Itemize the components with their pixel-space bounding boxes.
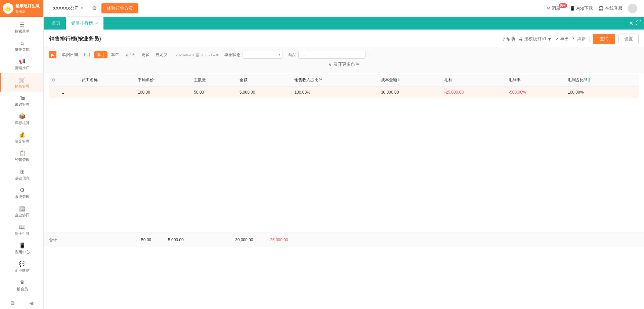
goods-input[interactable] <box>298 51 366 59</box>
col-amount: 全额 <box>237 74 292 87</box>
sidebar-item-finance[interactable]: 💰 资金管理 <box>0 128 43 147</box>
column-settings-icon[interactable]: ⚙ <box>52 78 56 83</box>
query-button[interactable]: 查询 <box>593 34 615 44</box>
tabbar: 首页 销售排行榜 ✕ ✕ ⛶ <box>44 17 644 30</box>
page-content: 销售排行榜(按业务员) ? 帮助 🖨 按模板打印 ▼ ↗ 导出 <box>44 30 644 309</box>
basic-info-icon: ⊞ <box>20 168 25 175</box>
col-sales-ratio: 销售收入占比% <box>292 74 378 87</box>
page-inner: 销售排行榜(按业务员) ? 帮助 🖨 按模板打印 ▼ ↗ 导出 <box>44 30 644 309</box>
message-icon: ✉ <box>547 6 550 11</box>
sidebar-item-wechat[interactable]: 💬 企业微信 <box>0 257 43 276</box>
row-settings <box>49 87 59 98</box>
sidebar-item-inventory[interactable]: 📦 库存核算 <box>0 110 43 128</box>
company-name: XXXXXX公司 <box>53 5 79 11</box>
fullscreen-icon[interactable]: ⛶ <box>636 20 641 27</box>
footer-cost: 30,000.00 <box>232 236 266 244</box>
tab-sales-ranking[interactable]: 销售排行榜 ✕ <box>66 17 103 30</box>
content-spacer <box>44 98 644 233</box>
sidebar-item-marketing[interactable]: 📢 营销推广 <box>0 55 43 73</box>
sidebar-item-operation[interactable]: 📋 经营管理 <box>0 147 43 165</box>
filter-date-group: 单据日期 上月 本月 本年 近7天 更多 自定义 <box>62 51 170 58</box>
message-btn[interactable]: ✉ 消息 99+ <box>547 5 564 11</box>
sidebar-item-sales[interactable]: 🛒 销售管理 <box>0 73 43 92</box>
gross-ratio-info-icon[interactable]: § <box>588 77 591 82</box>
search-order-icon: ☰ <box>20 21 25 28</box>
avatar <box>628 4 637 13</box>
col-gross: 毛利 <box>442 74 506 87</box>
date-tab-custom[interactable]: 自定义 <box>153 51 170 58</box>
logo-text: 畅康通好生意 标准版 <box>15 3 40 14</box>
col-employee: 员工名称 <box>79 74 135 87</box>
date-tab-last-month[interactable]: 上月 <box>80 51 93 58</box>
status-select[interactable] <box>243 51 283 59</box>
app-download-btn[interactable]: 📱 App下载 <box>570 5 593 11</box>
footer-gross: -25,000.00 <box>266 236 300 244</box>
page-header: 销售排行榜(按业务员) ? 帮助 🖨 按模板打印 ▼ ↗ 导出 <box>44 30 644 47</box>
sidebar-item-search-order[interactable]: ☰ 搜索菜单 <box>0 18 43 37</box>
close-window-icon[interactable]: ✕ <box>629 20 633 27</box>
marketing-icon: 📢 <box>19 58 26 64</box>
goods-label: 商品 <box>288 52 296 58</box>
sidebar-item-guide[interactable]: 📖 新手引导 <box>0 220 43 239</box>
guide-icon: 📖 <box>19 224 26 230</box>
sidebar-item-app-center[interactable]: 📱 应用中心 <box>0 239 43 257</box>
wechat-icon: 💬 <box>19 261 26 267</box>
footer-amount: 5,000.00 <box>165 236 199 244</box>
user-avatar-btn[interactable] <box>628 4 639 13</box>
date-tab-this-year[interactable]: 本年 <box>108 51 122 58</box>
tab-close-icon[interactable]: ✕ <box>95 21 98 25</box>
filter-toggle[interactable]: ▶ <box>49 51 56 58</box>
date-tab-more[interactable]: 更多 <box>139 51 152 58</box>
print-button[interactable]: 🖨 按模板打印 ▼ <box>518 36 552 42</box>
main-content: XXXXXX公司 ▼ ⚙ 体验行业方案 ✉ 消息 99+ 📱 App下载 🎧 在… <box>44 0 644 309</box>
row-quantity: 50.00 <box>191 87 237 98</box>
sales-ranking-tab-label: 销售排行榜 <box>71 20 93 26</box>
topbar-right: ✉ 消息 99+ 📱 App下载 🎧 在线客服 <box>547 4 639 13</box>
row-sales-ratio: 100.00% <box>292 87 378 98</box>
sidebar-item-system[interactable]: ⚙ 系统管理 <box>0 184 43 202</box>
sidebar-item-member[interactable]: ♛ 畅会员 <box>0 276 43 294</box>
expand-conditions-row[interactable]: ∨ 展开更多条件 <box>49 60 639 69</box>
col-avg-price: 平均单价 <box>135 74 191 87</box>
trial-button[interactable]: 体验行业方案 <box>101 3 138 13</box>
date-tab-this-month[interactable]: 本月 <box>94 51 108 58</box>
status-select-wrapper <box>243 51 283 59</box>
filter-area: ▶ 单据日期 上月 本月 本年 近7天 更多 自定义 <box>44 47 644 72</box>
company-select[interactable]: XXXXXX公司 ▼ <box>49 4 87 13</box>
app-download-icon: 📱 <box>570 6 575 11</box>
cost-info-icon[interactable]: ℹ <box>398 77 400 82</box>
row-amount: 5,000.00 <box>237 87 292 98</box>
inventory-icon: 📦 <box>19 113 26 119</box>
sidebar-item-basic-info[interactable]: ⊞ 基础信息 <box>0 165 43 184</box>
expand-label: 展开更多条件 <box>333 61 359 67</box>
tab-actions: ✕ ⛶ <box>629 20 641 27</box>
action-divider <box>589 36 590 42</box>
date-tab-7days[interactable]: 近7天 <box>122 51 138 58</box>
status-label: 单据状态 <box>224 52 241 58</box>
row-gross-ratio: 100.00% <box>565 87 639 98</box>
export-button[interactable]: ↗ 导出 <box>555 36 569 42</box>
date-label: 单据日期 <box>62 52 78 58</box>
online-support-btn[interactable]: 🎧 在线客服 <box>598 5 622 11</box>
col-gross-rate: 毛利率 <box>506 74 565 87</box>
sidebar-settings-btn[interactable]: ⚙ <box>10 300 15 306</box>
logo-name: 畅康通好生意 <box>15 3 40 9</box>
export-icon: ↗ <box>555 37 559 42</box>
settings-button[interactable]: 设置 <box>618 34 639 44</box>
online-support-label: 在线客服 <box>605 5 622 11</box>
more-options-btn[interactable]: ··· <box>368 52 371 57</box>
col-quantity: 主数量 <box>191 74 237 87</box>
company-dropdown-icon: ▼ <box>80 6 84 10</box>
col-rank <box>59 74 79 87</box>
sidebar-logo: 🌟 畅康通好生意 标准版 <box>0 0 43 17</box>
help-button[interactable]: ? 帮助 <box>503 36 515 42</box>
sidebar-item-purchase[interactable]: 🛍 采购管理 <box>0 92 43 110</box>
sidebar-collapse-btn[interactable]: ◀ <box>29 300 33 306</box>
refresh-button[interactable]: ↻ 刷新 <box>572 36 586 42</box>
tab-home[interactable]: 首页 <box>46 17 66 30</box>
sidebar-item-quick-nav[interactable]: ⌂ 快捷导航 <box>0 37 43 55</box>
footer-quantity: 50.00 <box>138 236 165 244</box>
message-badge: 99+ <box>559 3 567 8</box>
sidebar-item-enterprise[interactable]: 🏢 企业协同 <box>0 202 43 220</box>
topbar-settings-icon[interactable]: ⚙ <box>91 4 98 13</box>
